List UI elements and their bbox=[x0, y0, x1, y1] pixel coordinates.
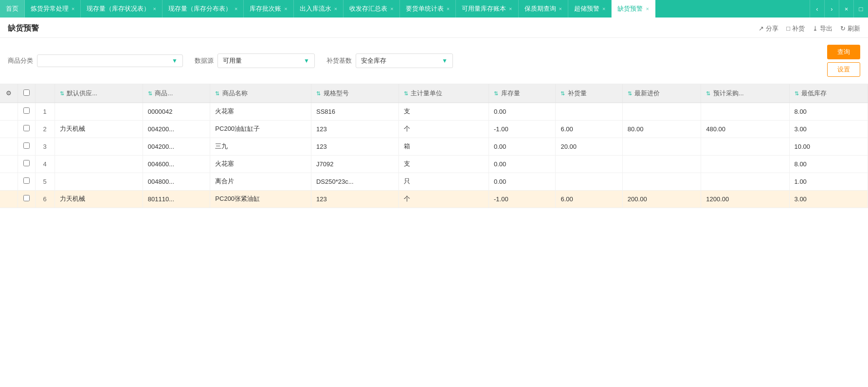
replenish-base-select[interactable]: 安全库存 ▼ bbox=[356, 53, 453, 68]
category-select[interactable]: ▼ bbox=[37, 54, 183, 67]
row-stock-qty: -1.00 bbox=[489, 190, 556, 208]
nav-tab-close-icon[interactable]: × bbox=[390, 6, 393, 12]
row-checkbox[interactable] bbox=[23, 142, 30, 149]
row-checkbox-cell[interactable] bbox=[18, 173, 35, 190]
gear-icon[interactable]: ⚙ bbox=[6, 89, 12, 97]
row-settings-cell[interactable] bbox=[0, 103, 18, 120]
nav-tab-close-icon[interactable]: × bbox=[284, 6, 287, 12]
share-button[interactable]: ↗ 分享 bbox=[759, 24, 778, 33]
export-icon: ⤓ bbox=[813, 25, 818, 32]
query-button[interactable]: 查询 bbox=[827, 45, 860, 59]
nav-tab-stock-status[interactable]: 现存量（库存状况表）× bbox=[81, 0, 162, 18]
nav-tab-label: 现存量（库存分布表） bbox=[168, 4, 232, 13]
replenish-base-label: 补货基数 bbox=[326, 56, 352, 65]
datasource-dropdown-icon: ▼ bbox=[304, 57, 309, 64]
column-stock-qty[interactable]: ⇅ 库存量 bbox=[489, 84, 556, 103]
settings-button[interactable]: 设置 bbox=[827, 62, 860, 77]
nav-tab-batch-account[interactable]: 库存批次账× bbox=[244, 0, 293, 18]
page-header: 缺货预警 ↗ 分享 □ 补货 ⤓ 导出 ↻ 刷新 bbox=[0, 18, 868, 38]
refresh-button[interactable]: ↻ 刷新 bbox=[840, 24, 860, 33]
nav-tab-label: 可用量库存账本 bbox=[462, 4, 506, 13]
table-row: 4004600...火花塞J7092支0.008.00 bbox=[0, 155, 868, 173]
nav-tab-abnormal[interactable]: 炼货异常处理× bbox=[25, 0, 81, 18]
row-settings-cell[interactable] bbox=[0, 138, 18, 155]
row-checkbox-cell[interactable] bbox=[18, 120, 35, 138]
row-checkbox[interactable] bbox=[23, 107, 30, 114]
nav-tab-home[interactable]: 首页 bbox=[0, 0, 25, 18]
column-settings[interactable]: ⚙ bbox=[0, 84, 18, 103]
row-checkbox[interactable] bbox=[23, 195, 30, 201]
column-product-name[interactable]: ⇅ 商品名称 bbox=[210, 84, 311, 103]
row-settings-cell[interactable] bbox=[0, 120, 18, 138]
column-spec[interactable]: ⇅ 规格型号 bbox=[311, 84, 398, 103]
row-index: 6 bbox=[35, 190, 54, 208]
row-spec: 123 bbox=[311, 120, 398, 138]
datasource-label: 数据源 bbox=[195, 56, 214, 65]
nav-tab-available-ledger[interactable]: 可用量库存账本× bbox=[456, 0, 518, 18]
row-checkbox[interactable] bbox=[23, 177, 30, 184]
column-default-supplier[interactable]: ⇅ 默认供应... bbox=[54, 84, 143, 103]
nav-tab-close-icon[interactable]: × bbox=[235, 6, 237, 12]
row-settings-cell[interactable] bbox=[0, 190, 18, 208]
nav-maximize-button[interactable]: □ bbox=[853, 0, 868, 18]
row-checkbox[interactable] bbox=[23, 125, 30, 131]
nav-tab-expiry-query[interactable]: 保质期查询× bbox=[519, 0, 568, 18]
row-stock-qty: 0.00 bbox=[489, 103, 556, 120]
column-product-code[interactable]: ⇅ 商品... bbox=[143, 84, 210, 103]
row-latest-price bbox=[622, 173, 701, 190]
datasource-select[interactable]: 可用量 ▼ bbox=[217, 53, 315, 68]
column-min-stock[interactable]: ⇅ 最低库存 bbox=[789, 84, 868, 103]
replenish-base-dropdown-icon: ▼ bbox=[442, 57, 448, 64]
row-settings-cell[interactable] bbox=[0, 173, 18, 190]
row-checkbox-cell[interactable] bbox=[18, 190, 35, 208]
row-stock-qty: 0.00 bbox=[489, 138, 556, 155]
export-button[interactable]: ⤓ 导出 bbox=[813, 24, 832, 33]
replenish-button[interactable]: □ 补货 bbox=[786, 24, 805, 33]
nav-tab-label: 首页 bbox=[6, 4, 18, 13]
row-checkbox-cell[interactable] bbox=[18, 103, 35, 120]
table-row: 5004800...离合片DS250*23c...只0.001.00 bbox=[0, 173, 868, 190]
select-all-checkbox[interactable] bbox=[23, 89, 30, 96]
row-product-name: 三九 bbox=[210, 138, 311, 155]
column-est-purchase[interactable]: ⇅ 预计采购... bbox=[701, 84, 789, 103]
nav-prev-button[interactable]: ‹ bbox=[810, 0, 824, 18]
nav-tab-close-icon[interactable]: × bbox=[447, 6, 450, 12]
nav-close-button[interactable]: × bbox=[839, 0, 853, 18]
nav-tab-stock-dist[interactable]: 现存量（库存分布表）× bbox=[163, 0, 244, 18]
row-checkbox-cell[interactable] bbox=[18, 138, 35, 155]
row-product-name: PC200张紧油缸 bbox=[210, 190, 311, 208]
nav-tab-inout-flow[interactable]: 出入库流水× bbox=[294, 0, 344, 18]
nav-tab-close-icon[interactable]: × bbox=[559, 6, 562, 12]
sort-icon: ⇅ bbox=[316, 90, 321, 96]
nav-tab-close-icon[interactable]: × bbox=[509, 6, 512, 12]
row-min-stock: 3.00 bbox=[789, 190, 868, 208]
row-checkbox-cell[interactable] bbox=[18, 155, 35, 173]
nav-tab-close-icon[interactable]: × bbox=[72, 6, 74, 12]
nav-next-button[interactable]: › bbox=[824, 0, 839, 18]
nav-tab-shortage[interactable]: 缺货预警× bbox=[612, 0, 655, 18]
row-product-name: PC200油缸缸子 bbox=[210, 120, 311, 138]
row-settings-cell[interactable] bbox=[0, 155, 18, 173]
row-min-stock: 8.00 bbox=[789, 155, 868, 173]
sort-icon: ⇅ bbox=[561, 90, 565, 96]
row-replenish-qty: 6.00 bbox=[556, 190, 622, 208]
row-latest-price bbox=[622, 138, 701, 155]
row-default-supplier bbox=[54, 138, 143, 155]
row-latest-price bbox=[622, 155, 701, 173]
row-replenish-qty bbox=[556, 173, 622, 190]
row-min-stock: 3.00 bbox=[789, 120, 868, 138]
action-buttons: 查询 设置 bbox=[827, 45, 860, 77]
column-latest-price[interactable]: ⇅ 最新进价 bbox=[622, 84, 701, 103]
nav-tab-close-icon[interactable]: × bbox=[602, 6, 605, 12]
row-latest-price: 80.00 bbox=[622, 120, 701, 138]
nav-tab-close-icon[interactable]: × bbox=[646, 6, 649, 12]
column-checkbox[interactable] bbox=[18, 84, 35, 103]
nav-tab-close-icon[interactable]: × bbox=[153, 6, 156, 12]
column-unit[interactable]: ⇅ 主计量单位 bbox=[398, 84, 488, 103]
column-replenish-qty[interactable]: ⇅ 补货量 bbox=[556, 84, 622, 103]
nav-tab-overstock[interactable]: 超储预警× bbox=[568, 0, 612, 18]
nav-tab-close-icon[interactable]: × bbox=[334, 6, 337, 12]
row-checkbox[interactable] bbox=[23, 160, 30, 166]
nav-tab-order-stats[interactable]: 要货单统计表× bbox=[400, 0, 456, 18]
nav-tab-receive-summary[interactable]: 收发存汇总表× bbox=[344, 0, 399, 18]
